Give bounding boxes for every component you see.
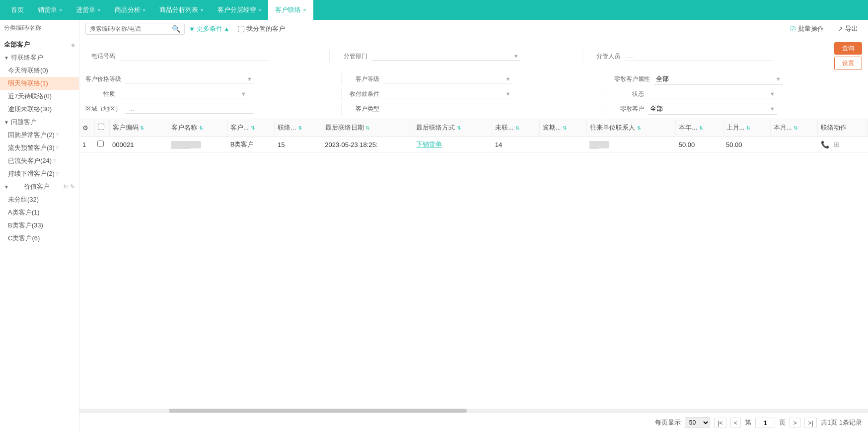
nav-product-analysis[interactable]: 商品分析 ×: [108, 0, 152, 20]
col-settings[interactable]: ⚙: [79, 119, 94, 137]
sidebar-group-pending[interactable]: 待联络客户: [0, 51, 79, 64]
page-size-select[interactable]: 50 100 200: [685, 417, 710, 428]
last-page-btn[interactable]: >|: [804, 418, 817, 428]
nav-sales-order[interactable]: 销货单 ×: [31, 0, 69, 20]
retail-attr-field: 零散客户属性 全部 ▼: [614, 73, 862, 85]
horizontal-scrollbar[interactable]: [79, 409, 868, 413]
col-contact-count[interactable]: 联络... ⇅: [275, 119, 322, 137]
gear-icon[interactable]: ⚙: [82, 124, 88, 132]
filter-bar-right: ☑ 批量操作 ↗ 导出: [786, 23, 862, 35]
nav-customer-contact[interactable]: 客户联络 ×: [268, 0, 313, 20]
dept-arrow: ▼: [513, 53, 518, 59]
nav-customer-tier-close[interactable]: ×: [258, 7, 261, 13]
col-overdue[interactable]: 逾期... ⇅: [539, 119, 586, 137]
prev-page-btn[interactable]: <: [730, 418, 741, 428]
adv-filter-row-4: 区域（地区） ... 客户类型 零散客户 全部 ▼: [85, 103, 862, 115]
value-edit-icon[interactable]: ✎: [70, 183, 75, 190]
row-this-month: [770, 137, 817, 153]
col-code[interactable]: 客户编码 ⇅: [109, 119, 168, 137]
first-page-btn[interactable]: |<: [714, 418, 726, 428]
col-this-month[interactable]: 本月... ⇅: [770, 119, 817, 137]
my-customers-checkbox[interactable]: [238, 26, 244, 32]
nav-customer-tier[interactable]: 客户分层经营 ×: [211, 0, 268, 20]
help-icon-churned: ?: [53, 158, 56, 164]
adv-filter-row-3: 性质 ▼ 收付款条件 ▼ 状态 ▼: [85, 88, 862, 100]
col-this-year[interactable]: 本年... ⇅: [676, 119, 723, 137]
sidebar-group-problem[interactable]: 问题客户: [0, 116, 79, 129]
sidebar-item-repurchase-abnormal[interactable]: 回购异常客户(2) ?: [0, 129, 79, 142]
sort-icon-person: ⇅: [637, 125, 641, 131]
sidebar-item-7days[interactable]: 近7天待联络(0): [0, 90, 79, 103]
col-name[interactable]: 客户名称 ⇅: [168, 119, 227, 137]
sidebar-item-b-class[interactable]: B类客户(33): [0, 219, 79, 232]
scrollbar-thumb[interactable]: [169, 409, 467, 413]
next-page-btn[interactable]: >: [790, 418, 800, 428]
sidebar-item-churn-warning[interactable]: 流失预警客户(3) ?: [0, 142, 79, 154]
price-level-field: 客户价格等级 ▼: [85, 75, 333, 83]
col-checkbox: [94, 119, 109, 137]
help-icon-repurchase: ?: [56, 132, 59, 138]
nav-product-analysis-list[interactable]: 商品分析列表 ×: [152, 0, 210, 20]
sidebar-item-tomorrow[interactable]: 明天待联络(1): [0, 77, 79, 90]
sidebar-item-ungrouped[interactable]: 未分组(32): [0, 193, 79, 206]
sidebar-item-declining[interactable]: 持续下滑客户(2) ?: [0, 167, 79, 180]
page-input[interactable]: [755, 418, 775, 428]
row-customer-type: B类客户: [227, 137, 275, 153]
person-select[interactable]: ...: [624, 52, 773, 61]
filter-search-icon[interactable]: 🔍: [172, 25, 180, 33]
contact-method-link[interactable]: 下销货单: [416, 141, 442, 148]
export-btn[interactable]: ↗ 导出: [834, 23, 862, 35]
value-refresh-icon[interactable]: ↻: [63, 183, 68, 190]
nav-purchase-order[interactable]: 进货单 ×: [69, 0, 107, 20]
sidebar-item-a-class[interactable]: A类客户(1): [0, 206, 79, 219]
payment-arrow: ▼: [505, 91, 510, 97]
settings-btn[interactable]: 设置: [834, 57, 862, 70]
row-checkbox[interactable]: [97, 141, 104, 147]
retail-attr-arrow: ▼: [776, 76, 781, 82]
col-last-contact-date[interactable]: 最后联络日期 ⇅: [322, 119, 413, 137]
table-header-row: ⚙ 客户编码 ⇅ 客户名称 ⇅: [79, 119, 868, 137]
action-more-icon[interactable]: ⊞: [834, 141, 840, 148]
status-select[interactable]: ▼: [648, 90, 777, 98]
nav-sales-order-close[interactable]: ×: [59, 7, 62, 13]
phone-input[interactable]: [119, 52, 268, 61]
sort-icon-lastmonth: ⇅: [746, 125, 750, 131]
col-customer-type[interactable]: 客户... ⇅: [227, 119, 275, 137]
sidebar-item-today[interactable]: 今天待联络(0): [0, 64, 79, 77]
col-contact-person[interactable]: 往来单位联系人 ⇅: [586, 119, 675, 137]
sidebar-all-customers[interactable]: 全部客户 «: [0, 36, 79, 51]
price-level-select[interactable]: ▼: [125, 75, 254, 83]
nature-field: 性质 ▼: [85, 90, 333, 98]
dept-select[interactable]: ▼: [371, 52, 520, 61]
sidebar-search-input[interactable]: [4, 24, 78, 31]
retail-customer-select[interactable]: 全部 ▼: [648, 103, 777, 115]
col-last-month[interactable]: 上月... ⇅: [723, 119, 770, 137]
nav-home[interactable]: 首页: [4, 0, 31, 20]
nav-customer-contact-close[interactable]: ×: [303, 7, 306, 13]
select-all-checkbox[interactable]: [98, 124, 104, 130]
nav-purchase-order-close[interactable]: ×: [97, 7, 100, 13]
customer-type-select[interactable]: [383, 108, 512, 110]
col-unlinked[interactable]: 未联... ⇅: [492, 119, 539, 137]
check-square-icon: ☑: [790, 25, 796, 33]
more-conditions-btn[interactable]: ▼ 更多条件 ▲: [189, 24, 230, 33]
payment-select[interactable]: ▼: [383, 90, 512, 98]
phone-field: 电话号码: [85, 52, 321, 61]
col-last-contact-method[interactable]: 最后联络方式 ⇅: [413, 119, 492, 137]
sidebar-group-value[interactable]: 价值客户 ↻ ✎: [0, 180, 79, 193]
region-select[interactable]: ...: [125, 104, 254, 114]
nav-product-analysis-list-close[interactable]: ×: [200, 7, 203, 13]
nature-select[interactable]: ▼: [119, 90, 248, 98]
customer-level-select[interactable]: ▼: [383, 75, 512, 83]
sidebar-item-c-class[interactable]: C类客户(6): [0, 232, 79, 245]
action-phone-icon[interactable]: 📞: [821, 141, 829, 148]
sidebar-item-churned[interactable]: 已流失客户(24) ?: [0, 154, 79, 167]
query-btn[interactable]: 查询: [834, 42, 862, 55]
nav-product-analysis-close[interactable]: ×: [143, 7, 145, 13]
sort-icon-method: ⇅: [457, 125, 461, 131]
collapse-icon[interactable]: «: [71, 41, 75, 49]
filter-search-input[interactable]: [90, 25, 172, 32]
batch-action-btn[interactable]: ☑ 批量操作: [786, 23, 828, 35]
sidebar-item-overdue[interactable]: 逾期未联络(30): [0, 103, 79, 116]
retail-attr-select[interactable]: 全部 ▼: [654, 73, 783, 85]
